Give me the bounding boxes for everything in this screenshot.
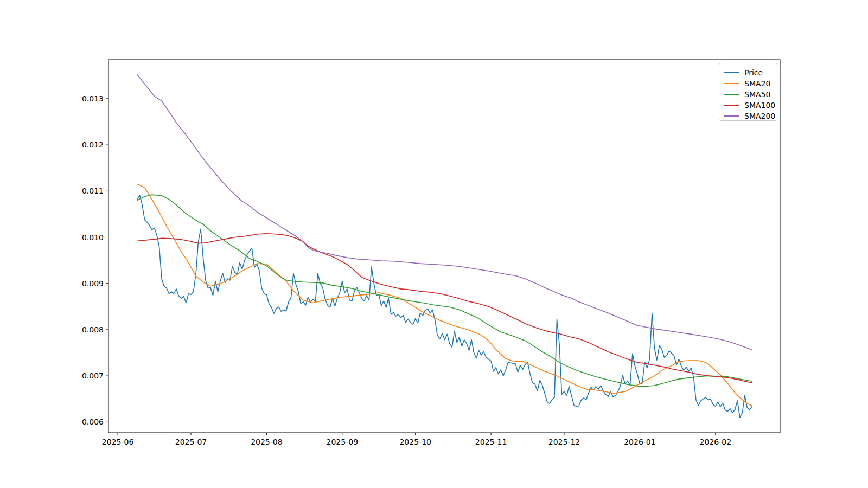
chart-figure: 2025-062025-072025-082025-092025-102025-…: [0, 0, 868, 488]
legend-item-price: Price: [724, 67, 771, 78]
x-tick-label: 2025-07: [175, 438, 207, 446]
plot-border: [108, 60, 780, 433]
series-line-sma100: [137, 234, 752, 383]
x-tick-label: 2025-12: [548, 438, 580, 446]
legend-line-swatch-sma200: [724, 115, 739, 117]
x-tick-label: 2026-01: [624, 438, 656, 446]
x-tick-label: 2025-09: [327, 438, 359, 446]
legend-item-sma200: SMA200: [724, 111, 771, 121]
y-tick-label: 0.007: [82, 371, 104, 380]
series-line-sma50: [137, 195, 752, 387]
series-line-sma200: [137, 75, 752, 350]
legend-label: SMA200: [744, 111, 775, 121]
x-tick-label: 2025-11: [475, 438, 507, 446]
legend-label: SMA20: [744, 78, 770, 89]
x-tick-label: 2025-10: [399, 438, 431, 446]
legend-line-swatch-sma20: [724, 83, 739, 84]
y-tick-label: 0.006: [82, 418, 104, 426]
legend-line-swatch-price: [724, 72, 739, 73]
legend-item-sma50: SMA50: [724, 89, 771, 100]
y-tick-label: 0.013: [82, 94, 104, 103]
legend-item-sma20: SMA20: [724, 78, 771, 89]
legend-item-sma100: SMA100: [724, 100, 771, 111]
y-tick-label: 0.008: [82, 325, 104, 334]
x-tick-label: 2025-06: [102, 438, 134, 446]
y-tick-label: 0.009: [82, 279, 104, 288]
legend-label: SMA50: [744, 89, 770, 100]
legend-label: SMA100: [744, 100, 775, 111]
y-tick-label: 0.012: [82, 140, 104, 149]
y-tick-label: 0.010: [82, 233, 104, 242]
y-tick-label: 0.011: [82, 187, 104, 195]
legend: PriceSMA20SMA50SMA100SMA200: [719, 63, 777, 121]
x-tick-label: 2025-08: [251, 438, 283, 446]
legend-label: Price: [744, 67, 763, 78]
x-tick-label: 2026-02: [700, 438, 732, 446]
legend-line-swatch-sma50: [724, 94, 739, 95]
legend-line-swatch-sma100: [724, 105, 739, 106]
